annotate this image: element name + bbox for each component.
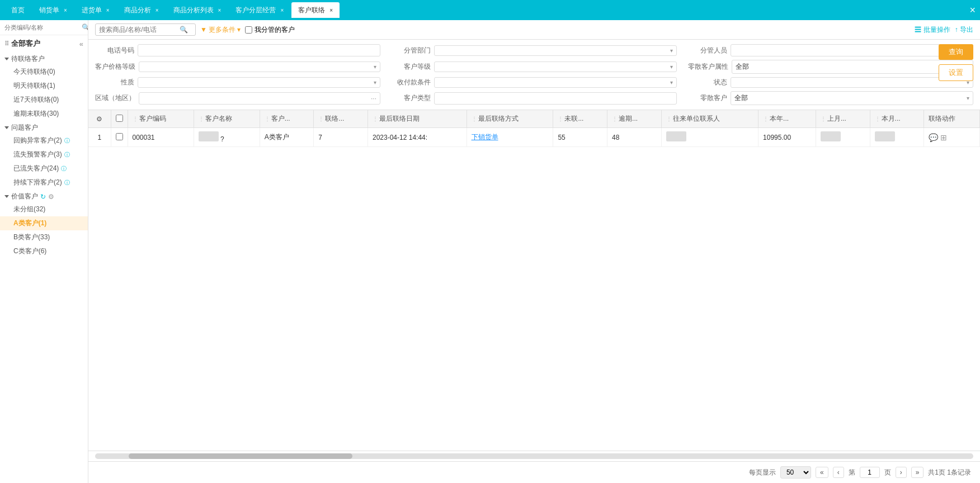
close-all-button[interactable]: × (969, 4, 976, 16)
settings-sm-icon[interactable]: ⚙ (48, 193, 54, 201)
batch-ops-button[interactable]: ☰ 批量操作 (915, 25, 950, 35)
col-checkbox-header[interactable] (111, 110, 128, 128)
nav-tab-sales[interactable]: 销货单 × (32, 2, 74, 18)
nav-tab-home[interactable]: 首页 (4, 2, 31, 18)
filter-customer-type-input[interactable] (434, 92, 677, 105)
nav-tab-goods-analysis-list[interactable]: 商品分析列表 × (167, 2, 228, 18)
nav-tab-customer-contact-close[interactable]: × (329, 7, 333, 13)
nav-tab-customer-contact[interactable]: 客户联络 × (291, 2, 340, 18)
export-button[interactable]: ↑ 导出 (955, 25, 973, 35)
sidebar-collapse-icon[interactable]: « (79, 40, 83, 48)
nav-tab-purchase-close[interactable]: × (106, 7, 110, 13)
col-not-contacted[interactable]: ⋮ 未联... (553, 110, 607, 128)
row-last-contact-method-1[interactable]: 下销货单 (467, 128, 553, 147)
refresh-icon[interactable]: ↻ (40, 193, 46, 201)
filter-manager-input[interactable]: ··· (731, 44, 973, 56)
chat-icon-1[interactable]: 💬 (929, 133, 938, 142)
filter-price-level-select[interactable]: ▾ (139, 61, 380, 72)
page-number-input[interactable] (860, 467, 880, 478)
first-page-button[interactable]: « (816, 467, 828, 478)
filter-customer-level-select[interactable]: ▾ (434, 61, 677, 72)
col-last-contact-method-label: 最后联络方式 (478, 114, 519, 124)
nav-tab-sales-close[interactable]: × (64, 7, 67, 13)
col-last-month-label: 上月... (827, 114, 846, 124)
col-last-contact-date[interactable]: ⋮ 最后联络日期 (368, 110, 467, 128)
filter-status-select[interactable]: ▾ (731, 77, 973, 88)
sidebar-search-input[interactable] (4, 24, 82, 31)
sidebar-item-unsorted[interactable]: 未分组(32) (0, 202, 88, 216)
sidebar-item-class-b[interactable]: B类客户(33) (0, 230, 88, 244)
query-button[interactable]: 查询 (939, 44, 973, 60)
filter-search-input[interactable] (99, 26, 177, 34)
filter-region-input[interactable]: ··· (139, 92, 380, 105)
all-customers-header[interactable]: ⠿ 全部客户 « (0, 35, 88, 52)
col-contact-count[interactable]: ⋮ 联络... (314, 110, 368, 128)
col-overdue[interactable]: ⋮ 逾期... (607, 110, 662, 128)
col-company-contact[interactable]: ⋮ 往来单位联系人 (661, 110, 758, 128)
col-customer-name[interactable]: ⋮ 客户名称 (194, 110, 260, 128)
sidebar-item-churned[interactable]: 已流失客户(24) ⓘ (0, 162, 88, 176)
gear-icon[interactable]: ⚙ (96, 115, 102, 123)
per-page-select[interactable]: 50 20 100 (780, 466, 811, 479)
nav-tab-goods-analysis[interactable]: 商品分析 × (117, 2, 166, 18)
sidebar-item-churn-warning[interactable]: 流失预警客户(3) ⓘ (0, 148, 88, 162)
select-all-checkbox[interactable] (116, 115, 123, 122)
row-select-checkbox-1[interactable] (116, 133, 123, 140)
col-this-month[interactable]: ⋮ 本月... (870, 110, 924, 128)
my-customers-checkbox-area[interactable]: 我分管的客户 (245, 25, 295, 35)
sidebar-item-today-pending[interactable]: 今天待联络(0) (0, 65, 88, 79)
filter-payment-select[interactable]: ▾ (434, 77, 677, 88)
value-customer-header[interactable]: 价值客户 ↻ ⚙ (0, 190, 88, 202)
sidebar-item-7days-pending[interactable]: 近7天待联络(0) (0, 93, 88, 107)
next-page-button[interactable]: › (896, 467, 907, 478)
problem-customer-header[interactable]: 问题客户 (0, 121, 88, 134)
grid-icon-1[interactable]: ⊞ (940, 133, 947, 142)
sidebar-item-class-c[interactable]: C类客户(6) (0, 244, 88, 258)
filter-search-icon[interactable]: 🔍 (180, 26, 188, 34)
horizontal-scrollbar-thumb[interactable] (129, 453, 352, 459)
filter-nature-label: 性质 (95, 78, 134, 87)
sidebar-item-tomorrow-pending[interactable]: 明天待联络(1) (0, 79, 88, 93)
col-contact-count-icon: ⋮ (318, 116, 324, 122)
col-last-contact-method[interactable]: ⋮ 最后联络方式 (467, 110, 553, 128)
col-customer-type[interactable]: ⋮ 客户... (260, 110, 314, 128)
last-contact-method-link-1[interactable]: 下销货单 (472, 133, 498, 141)
nav-tab-goods-analysis-list-close[interactable]: × (218, 7, 222, 13)
class-c-label: C类客户(6) (13, 247, 46, 256)
my-customers-checkbox[interactable] (245, 26, 252, 34)
filter-retail-attr-select[interactable]: 全部▾ (732, 60, 973, 74)
settings-button[interactable]: 设置 (939, 64, 973, 81)
filter-region: 区域（地区） ··· (95, 91, 380, 105)
col-last-month[interactable]: ⋮ 上月... (816, 110, 870, 128)
row-last-contact-date-1: 2023-04-12 14:44: (368, 128, 467, 147)
value-customer-expand-icon (4, 195, 9, 198)
sidebar-item-class-a[interactable]: A类客户(1) (0, 216, 88, 230)
sidebar-item-abnormal-repurchase[interactable]: 回购异常客户(2) ⓘ (0, 134, 88, 148)
filter-retail-customer-select[interactable]: 全部▾ (731, 91, 973, 105)
col-gear[interactable]: ⚙ (88, 110, 111, 128)
horizontal-scrollbar-track[interactable] (95, 453, 973, 459)
sidebar-item-overdue-pending[interactable]: 逾期未联络(30) (0, 107, 88, 121)
row-checkbox-1[interactable] (111, 128, 128, 147)
prev-page-button[interactable]: ‹ (833, 467, 844, 478)
filter-phone-input[interactable] (138, 44, 380, 56)
filter-nature-select[interactable]: ▾ (138, 77, 380, 88)
overdue-value-1: 48 (612, 134, 619, 141)
col-customer-code[interactable]: ⋮ 客户编码 (128, 110, 194, 128)
nav-tab-goods-analysis-close[interactable]: × (156, 7, 159, 13)
pending-contact-header[interactable]: 待联络客户 (0, 52, 88, 65)
filter-bar: 🔍 ▼ 更多条件 ▾ 我分管的客户 ☰ 批量操作 (88, 20, 980, 40)
filter-region-dots[interactable]: ··· (371, 94, 376, 102)
sidebar-item-declining[interactable]: 持续下滑客户(2) ⓘ (0, 176, 88, 190)
filter-more-conditions[interactable]: ▼ 更多条件 ▾ (200, 25, 241, 35)
filter-dept-select[interactable]: ▾ (434, 45, 677, 56)
last-month-placeholder-box (821, 131, 841, 141)
col-this-year[interactable]: ⋮ 本年... (758, 110, 816, 128)
nav-tab-customer-segment[interactable]: 客户分层经营 × (229, 2, 290, 18)
filter-manager-label: 分管人员 (688, 46, 727, 55)
nav-tab-customer-segment-close[interactable]: × (280, 7, 284, 13)
churn-warning-label: 流失预警客户(3) (13, 150, 62, 159)
sidebar-search-icon[interactable]: 🔍 (82, 23, 88, 31)
nav-tab-purchase[interactable]: 进货单 × (75, 2, 116, 18)
last-page-button[interactable]: » (911, 467, 924, 478)
